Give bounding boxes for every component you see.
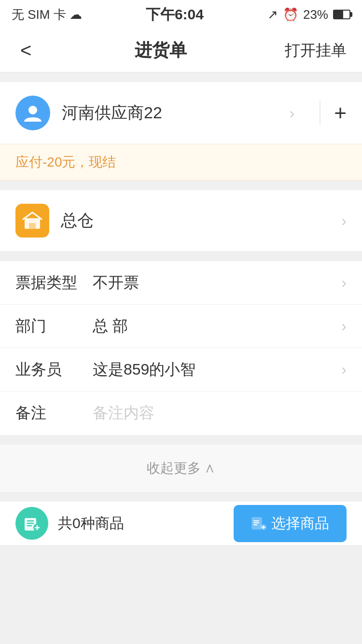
- salesperson-row[interactable]: 业务员 这是859的小智 ›: [0, 348, 362, 392]
- svg-rect-3: [29, 223, 36, 229]
- salesperson-value: 这是859的小智: [83, 359, 341, 380]
- back-button[interactable]: <: [15, 35, 36, 66]
- warehouse-icon-wrap: [15, 204, 49, 238]
- product-bar-icon-wrap: [15, 507, 48, 540]
- battery-label: 23%: [303, 7, 328, 22]
- product-count: 共0种商品: [58, 514, 234, 533]
- supplier-chevron-icon: ›: [290, 104, 295, 122]
- notice-banner: 应付-20元，现结: [0, 144, 362, 181]
- invoice-type-row[interactable]: 票据类型 不开票 ›: [0, 261, 362, 305]
- remark-label: 备注: [15, 403, 83, 424]
- sim-label: 无 SIM 卡 ☁: [12, 6, 82, 23]
- add-supplier-button[interactable]: +: [334, 102, 347, 124]
- department-chevron-icon: ›: [341, 317, 347, 335]
- salesperson-label: 业务员: [15, 359, 83, 380]
- gray-background-area: [0, 545, 362, 644]
- battery-icon: [333, 10, 350, 19]
- supplier-name: 河南供应商22: [62, 102, 290, 124]
- invoice-type-value: 不开票: [83, 272, 341, 294]
- collapse-label: 收起更多 ∧: [147, 459, 216, 477]
- supplier-divider: [320, 101, 320, 125]
- collapse-button[interactable]: 收起更多 ∧: [0, 445, 362, 492]
- supplier-avatar: [15, 96, 50, 130]
- supplier-section: 河南供应商22 › + 应付-20元，现结: [0, 82, 362, 181]
- status-time: 下午6:04: [146, 5, 204, 25]
- remark-input[interactable]: 备注内容: [83, 403, 347, 424]
- select-product-button[interactable]: 选择商品: [234, 505, 347, 542]
- nav-bar: < 进货单 打开挂单: [0, 29, 362, 72]
- select-product-label: 选择商品: [271, 514, 329, 533]
- supplier-row[interactable]: 河南供应商22 › +: [0, 82, 362, 144]
- status-bar: 无 SIM 卡 ☁ 下午6:04 ↗ ⏰ 23%: [0, 0, 362, 29]
- warehouse-row[interactable]: 总仓 ›: [0, 190, 362, 252]
- invoice-type-chevron-icon: ›: [341, 274, 347, 292]
- svg-point-0: [28, 106, 37, 114]
- form-section: 票据类型 不开票 › 部门 总 部 › 业务员 这是859的小智 › 备注 备注…: [0, 261, 362, 435]
- product-bar: 共0种商品 选择商品: [0, 502, 362, 545]
- warehouse-chevron-icon: ›: [341, 212, 347, 230]
- open-pending-button[interactable]: 打开挂单: [285, 40, 347, 61]
- invoice-type-label: 票据类型: [15, 272, 83, 294]
- warehouse-name: 总仓: [61, 210, 341, 232]
- alarm-icon: ⏰: [283, 7, 298, 22]
- department-value: 总 部: [83, 316, 341, 337]
- remark-row[interactable]: 备注 备注内容: [0, 392, 362, 435]
- top-divider: [0, 72, 362, 82]
- status-left: 无 SIM 卡 ☁: [12, 6, 82, 23]
- status-right: ↗ ⏰ 23%: [267, 7, 350, 22]
- department-row[interactable]: 部门 总 部 ›: [0, 305, 362, 348]
- page-title: 进货单: [135, 39, 187, 62]
- department-label: 部门: [15, 316, 83, 337]
- location-icon: ↗: [267, 7, 278, 22]
- salesperson-chevron-icon: ›: [341, 361, 347, 378]
